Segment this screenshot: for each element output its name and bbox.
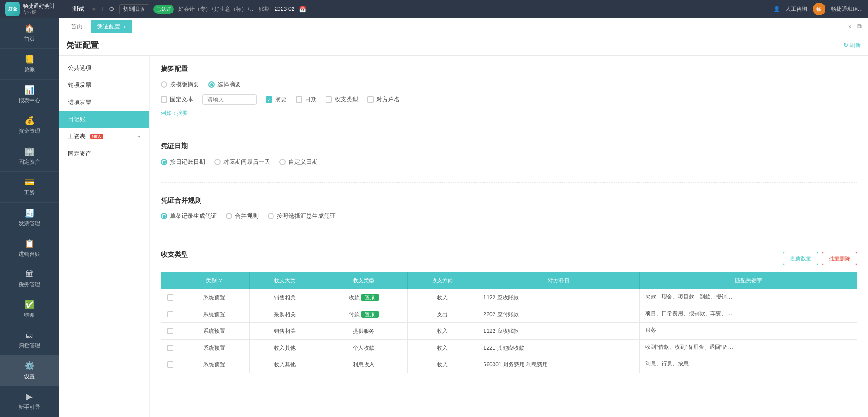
sidebar-item-ledger[interactable]: 📒 总账 [0, 49, 59, 80]
td-direction-4: 收入 [407, 340, 478, 356]
tab-home[interactable]: 首页 [64, 20, 89, 33]
income-title: 收支类型 [161, 251, 188, 259]
date-title: 凭证日期 [161, 142, 857, 151]
help-icon: 👤 [773, 6, 780, 12]
summary-radio-select[interactable]: 选择摘要 [208, 81, 241, 89]
assets-icon: 🏢 [24, 147, 34, 156]
close-period-icon: ✅ [24, 300, 34, 310]
checkbox-summary[interactable]: ✓ 摘要 [266, 95, 287, 104]
batch-delete-button[interactable]: 批量删除 [822, 252, 857, 265]
fixed-text-input[interactable] [202, 94, 257, 105]
tab-close-button[interactable]: × [847, 22, 853, 31]
checkbox-fixed-text[interactable]: 固定文本 [161, 95, 193, 104]
sidebar-item-reports[interactable]: 📊 报表中心 [0, 80, 59, 110]
refresh-icon: ↻ [844, 42, 848, 48]
sidebar-item-purchase[interactable]: 📋 进销台账 [0, 233, 59, 264]
sidebar-item-invoice[interactable]: 🧾 发票管理 [0, 203, 59, 233]
reports-icon: 📊 [24, 85, 34, 95]
sidebar-item-assets[interactable]: 🏢 固定资产 [0, 141, 59, 172]
sidebar-item-guide[interactable]: ▶ 新手引导 [0, 386, 59, 417]
td-checkbox-3[interactable] [161, 323, 179, 340]
summary-section: 摘要配置 按模版摘要 选择摘要 [161, 65, 857, 128]
sidebar-item-close[interactable]: ✅ 结账 [0, 294, 59, 325]
topbar-settings[interactable]: ⚙ [109, 5, 115, 13]
brand-name: 畅捷通好会计 [23, 3, 55, 10]
topbar-period-label: 账期 [259, 5, 270, 13]
td-major-4: 收入其他 [249, 340, 320, 356]
sidebar-label-reports: 报表中心 [19, 97, 40, 104]
merge-radio-summary[interactable]: 按照选择汇总生成凭证 [268, 212, 336, 220]
merge-radio-single[interactable]: 单条记录生成凭证 [161, 212, 217, 220]
payroll-icon: 💳 [24, 177, 34, 187]
table-row: 系统预置 收入其他 个人收款 收入 1221 其他应收款 收到*借款、收到*备用… [161, 340, 857, 356]
top-tag-1[interactable]: 置顶 [361, 294, 379, 301]
avatar[interactable]: 畅 [813, 3, 825, 15]
summary-title: 摘要配置 [161, 65, 857, 73]
td-checkbox-1[interactable] [161, 289, 179, 306]
invoice-icon: 🧾 [24, 208, 34, 218]
config-menu-payroll[interactable]: 工资表 NEW ▾ [59, 128, 149, 145]
topbar-test-tab[interactable]: 测试 [69, 5, 88, 13]
sidebar-label-payroll: 工资 [24, 189, 35, 197]
td-account-5: 660301 财务费用 利息费用 [478, 356, 640, 373]
sidebar-label-guide: 新手引导 [19, 403, 40, 411]
update-count-button[interactable]: 更新数量 [783, 252, 818, 265]
date-section: 凭证日期 按日记账日期 对应期间最后一天 自定义日期 [161, 142, 857, 183]
topbar-chevron[interactable]: ▾ [92, 6, 96, 13]
checkbox-date[interactable]: 日期 [296, 95, 317, 104]
checkbox-counterpart[interactable]: 对方户名 [367, 95, 400, 104]
new-badge: NEW [90, 134, 103, 139]
tab-voucher-config[interactable]: 凭证配置 × [91, 20, 132, 33]
brand-sub: 专业版 [23, 9, 55, 15]
help-label[interactable]: 人工咨询 [786, 5, 807, 13]
sidebar-item-settings[interactable]: ⚙️ 设置 [0, 355, 59, 386]
td-type-3: 提供服务 [320, 323, 408, 340]
td-checkbox-2[interactable] [161, 306, 179, 323]
sidebar-item-home[interactable]: 🏠 首页 [0, 18, 59, 49]
tab-bar-actions: × ⧉ [847, 22, 863, 31]
sidebar-item-payroll[interactable]: 💳 工资 [0, 172, 59, 203]
sidebar-label-home: 首页 [24, 35, 35, 43]
date-radio-journal[interactable]: 按日记账日期 [161, 158, 205, 166]
checkbox-income-type[interactable]: 收支类型 [326, 95, 358, 104]
td-major-5: 收入其他 [249, 356, 320, 373]
checkbox-box-date [296, 96, 302, 103]
username-label[interactable]: 畅捷通班组... [831, 5, 863, 13]
brand: 好会 畅捷通好会计 专业版 [5, 2, 64, 16]
td-checkbox-4[interactable] [161, 340, 179, 356]
td-direction-1: 收入 [407, 289, 478, 306]
select-all-checkbox[interactable] [167, 278, 173, 284]
date-radio-last-day[interactable]: 对应期间最后一天 [214, 158, 270, 166]
refresh-button[interactable]: ↻ 刷新 [844, 42, 861, 49]
sidebar: 🏠 首页 📒 总账 📊 报表中心 💰 资金管理 🏢 固定资产 💳 工资 🧾 发票… [0, 18, 59, 417]
sidebar-item-funds[interactable]: 💰 资金管理 [0, 110, 59, 141]
td-keywords-3: 服务 [640, 323, 857, 340]
summary-radio-template[interactable]: 按模版摘要 [161, 81, 199, 89]
config-menu-fixed-assets[interactable]: 固定资产 [59, 145, 149, 162]
config-menu-sales-invoice[interactable]: 销项发票 [59, 76, 149, 94]
payroll-chevron: ▾ [138, 134, 140, 139]
switch-version-button[interactable]: 切到旧版 [119, 4, 149, 14]
config-menu-journal[interactable]: 日记账 [59, 111, 149, 128]
calendar-icon[interactable]: 📅 [299, 6, 306, 13]
tab-voucher-close[interactable]: × [123, 24, 126, 29]
config-menu-public[interactable]: 公共选项 [59, 59, 149, 76]
income-table: 类别 ∨ 收支大类 收支类型 收支方向 对方科目 匹配关键字 [161, 272, 857, 373]
tab-restore-button[interactable]: ⧉ [856, 22, 863, 31]
config-main: 摘要配置 按模版摘要 选择摘要 [150, 56, 868, 417]
page-header: 凭证配置 ↻ 刷新 [59, 35, 868, 56]
sidebar-label-tax: 税务管理 [19, 281, 40, 289]
radio-journal [161, 159, 167, 165]
config-sidebar: 公共选项 销项发票 进项发票 日记账 工资表 NEW ▾ 固定资产 [59, 56, 149, 417]
td-checkbox-5[interactable] [161, 356, 179, 373]
config-menu-purchase-invoice[interactable]: 进项发票 [59, 94, 149, 111]
top-tag-2[interactable]: 置顶 [361, 311, 379, 318]
topbar-add[interactable]: + [100, 5, 104, 13]
date-radio-custom[interactable]: 自定义日期 [279, 158, 318, 166]
th-direction: 收支方向 [407, 272, 478, 289]
td-category-3: 系统预置 [179, 323, 250, 340]
sidebar-item-tax[interactable]: 🏛 税务管理 [0, 264, 59, 294]
merge-radio-rule[interactable]: 合并规则 [226, 212, 259, 220]
sidebar-item-archive[interactable]: 🗂 归档管理 [0, 325, 59, 355]
td-type-5: 利息收入 [320, 356, 408, 373]
